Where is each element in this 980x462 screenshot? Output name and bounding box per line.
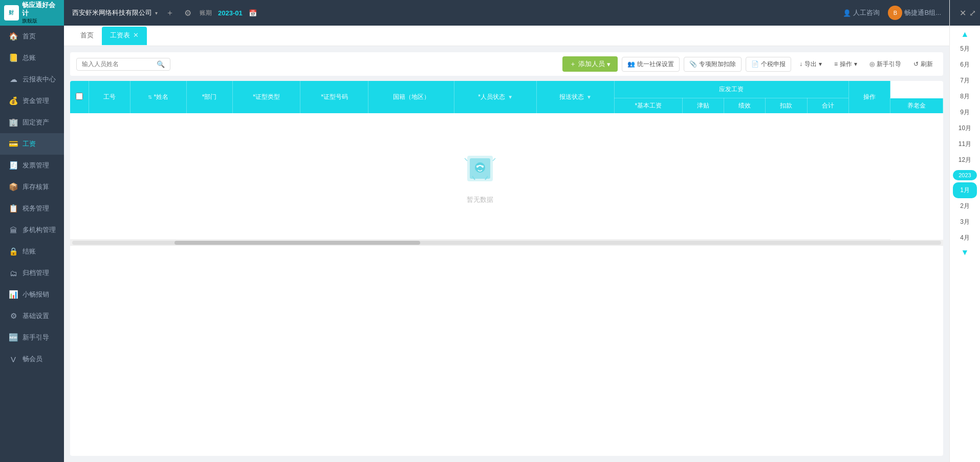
sidebar-item-close[interactable]: 🔒 结账 (0, 241, 64, 262)
empty-text: 暂无数据 (467, 195, 493, 204)
sidebar-item-vip[interactable]: V 畅会员 (0, 348, 64, 370)
add-person-button[interactable]: ＋ 添加人员 ▾ (562, 56, 618, 72)
user-menu[interactable]: B 畅捷通B组... (888, 6, 941, 20)
add-btn-label: 添加人员 (578, 59, 605, 69)
sidebar-item-label: 结账 (23, 247, 36, 256)
sidebar-item-inventory[interactable]: 📦 库存核算 (0, 176, 64, 198)
sidebar-item-guide[interactable]: 🆕 新手引导 (0, 327, 64, 348)
guide-button[interactable]: ◎ 新手引导 (865, 57, 905, 71)
search-input[interactable] (82, 60, 154, 68)
current-year-badge: 2023 (953, 170, 977, 180)
company-selector[interactable]: 西安虾米网络科技有限公司 ▾ (72, 8, 158, 17)
operations-label: 操作 (840, 60, 852, 69)
sidebar-item-archive[interactable]: 🗂 归档管理 (0, 262, 64, 284)
tax-button[interactable]: 📄 个税申报 (746, 57, 791, 72)
export-icon: ↓ (799, 60, 802, 68)
th-pension: 养老金 (890, 98, 943, 114)
prev-year-button[interactable]: ▲ (950, 28, 980, 41)
th-report-status: 报送状态 ▼ (536, 81, 614, 113)
sidebar-item-report[interactable]: 📊 小畅报销 (0, 284, 64, 305)
sidebar-item-invoice[interactable]: 🧾 发票管理 (0, 155, 64, 176)
home-icon: 🏠 (8, 32, 18, 41)
sidebar-item-settings[interactable]: ⚙ 基础设置 (0, 305, 64, 327)
select-all-checkbox[interactable] (76, 93, 83, 100)
maximize-panel-button[interactable]: ⤢ (969, 8, 976, 18)
app-logo: 财 畅应通好会计 旗舰版 (0, 0, 64, 26)
special-button[interactable]: 📎 专项附加扣除 (684, 57, 742, 72)
sidebar-item-multi[interactable]: 🏛 多机构管理 (0, 219, 64, 241)
export-button[interactable]: ↓ 导出 ▾ (795, 57, 826, 71)
add-company-button[interactable]: ＋ (164, 6, 176, 20)
scrollbar-bottom[interactable] (70, 240, 943, 246)
sidebar-item-label: 发票管理 (23, 161, 49, 170)
calendar-icon[interactable]: 📅 (249, 9, 257, 17)
month-2[interactable]: 2月 (950, 198, 980, 214)
month-8[interactable]: 8月 (950, 89, 980, 104)
social-icon: 👥 (627, 60, 635, 68)
empty-state-cell: 暂无数据 (70, 113, 890, 240)
sidebar-item-assets[interactable]: 🏢 固定资产 (0, 112, 64, 133)
user-label: 畅捷通B组... (904, 8, 941, 17)
search-wrap: 🔍 (76, 58, 170, 71)
sidebar: 财 畅应通好会计 旗舰版 🏠 首页 📒 总账 ☁ 云报表中心 💰 资金管理 🏢 … (0, 0, 64, 462)
avatar: B (888, 6, 902, 20)
scrollbar-track (72, 241, 941, 245)
th-nationality: 国籍（地区） (368, 81, 454, 113)
invoice-icon: 🧾 (8, 161, 18, 170)
sort-icon: ⇅ (148, 94, 152, 100)
salary-icon: 💳 (8, 139, 18, 149)
month-12[interactable]: 12月 (950, 152, 980, 168)
sidebar-item-salary[interactable]: 💳 工资 (0, 133, 64, 155)
month-6[interactable]: 6月 (950, 57, 980, 73)
next-year-button[interactable]: ▼ (950, 246, 980, 259)
month-4[interactable]: 4月 (950, 230, 980, 246)
sidebar-item-ledger[interactable]: 📒 总账 (0, 47, 64, 69)
month-3[interactable]: 3月 (950, 214, 980, 230)
sidebar-item-label: 畅会员 (23, 354, 42, 364)
operations-icon: ≡ (834, 60, 838, 68)
th-id-number: *证型号码 (300, 81, 368, 113)
period-label: 账期 (200, 9, 212, 17)
month-1-active[interactable]: 1月 (953, 182, 977, 198)
th-deduction: 扣款 (766, 98, 807, 114)
sidebar-item-label: 云报表中心 (23, 75, 56, 84)
month-11[interactable]: 11月 (950, 136, 980, 152)
sidebar-item-fund[interactable]: 💰 资金管理 (0, 90, 64, 112)
th-name: ⇅ *姓名 (130, 81, 186, 113)
th-subsidy: 津贴 (682, 98, 724, 114)
month-5[interactable]: 5月 (950, 41, 980, 57)
toolbar-right: ＋ 添加人员 ▾ 👥 统一社保设置 📎 专项附加扣除 📄 个税申报 ↓ (562, 56, 937, 72)
th-number: 工号 (89, 81, 130, 113)
tab-close-icon[interactable]: ✕ (133, 31, 139, 39)
guide-label: 新手引导 (877, 60, 901, 69)
status-filter-icon[interactable]: ▼ (508, 94, 513, 100)
empty-icon (460, 148, 500, 189)
month-10[interactable]: 10月 (950, 120, 980, 136)
refresh-button[interactable]: ↺ 刷新 (909, 57, 937, 71)
month-9[interactable]: 9月 (950, 104, 980, 120)
sidebar-item-label: 税务管理 (23, 204, 49, 213)
month-nav: ▲ 5月 6月 7月 8月 9月 10月 11月 12月 2023 1月 2月 … (950, 26, 980, 462)
add-icon: ＋ (570, 59, 576, 69)
tab-home[interactable]: 首页 (72, 27, 102, 45)
content-area: 🔍 ＋ 添加人员 ▾ 👥 统一社保设置 📎 专项附加扣除 📄 (64, 46, 949, 462)
social-button[interactable]: 👥 统一社保设置 (622, 57, 680, 72)
tab-salary[interactable]: 工资表 ✕ (102, 27, 147, 45)
sidebar-item-cloud[interactable]: ☁ 云报表中心 (0, 69, 64, 90)
operations-button[interactable]: ≡ 操作 ▾ (830, 57, 861, 71)
report-icon: 📊 (8, 290, 18, 299)
sidebar-item-home[interactable]: 🏠 首页 (0, 26, 64, 47)
assistant-button[interactable]: 👤 人工咨询 (843, 8, 880, 17)
close-panel-button[interactable]: ✕ (960, 8, 966, 18)
sidebar-item-label: 多机构管理 (23, 225, 56, 235)
settings-button[interactable]: ⚙ (182, 6, 193, 20)
report-filter-icon[interactable]: ▼ (586, 94, 592, 100)
tax-icon2: 📄 (751, 60, 759, 68)
topbar-right: 👤 人工咨询 B 畅捷通B组... (843, 6, 941, 20)
sidebar-item-tax[interactable]: 📋 税务管理 (0, 198, 64, 219)
sidebar-item-label: 基础设置 (23, 311, 49, 321)
table-wrap: 工号 ⇅ *姓名 *部门 *证型类型 *证型号码 国籍（地区） *人员状态 ▼ … (70, 81, 943, 456)
tax-icon: 📋 (8, 204, 18, 213)
app-version: 旗舰版 (22, 17, 60, 25)
month-7[interactable]: 7月 (950, 73, 980, 89)
